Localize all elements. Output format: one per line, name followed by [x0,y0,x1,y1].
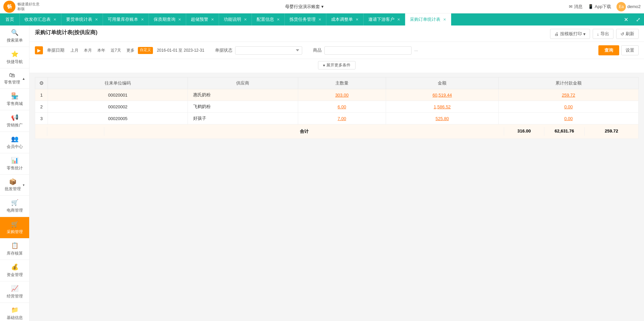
sidebar-item-member[interactable]: 👥 会员中心 [0,132,29,153]
row-paid[interactable]: 0.00 [498,101,638,113]
page-title: 采购订单统计表(按供应商) [35,29,98,36]
data-table: ⚙ 往来单位编码 供应商 主数量 金额 累计付款金额 1 00020001 惠氏… [35,77,639,124]
sidebar-item-shortcut[interactable]: ⭐ 快捷导航 [0,47,29,68]
row-qty[interactable]: 6.00 [298,101,386,113]
gear-icon[interactable]: ⚙ [39,80,44,86]
close-icon[interactable]: ✕ [95,17,98,22]
status-label: 单据状态 [215,47,232,53]
close-icon[interactable]: ✕ [318,17,321,22]
close-window-btn[interactable]: ✕ [620,13,632,25]
expand-row: ▾ 展开更多条件 [30,59,644,73]
custom-badge: 自定义 [138,47,153,54]
goods-input[interactable] [324,46,412,55]
close-icon[interactable]: ✕ [178,17,181,22]
operation-icon: 📈 [11,285,18,292]
sidebar-item-wholesale[interactable]: 📦 批发管理 ▾ [0,175,29,196]
table-row: 2 00020002 飞鹤奶粉 6.00 1,586.52 0.00 [35,101,639,113]
app-download-btn[interactable]: 📱 App下载 [588,4,611,10]
footer-qty: 316.00 [504,127,544,136]
col-amount: 金额 [386,77,498,89]
refresh-btn[interactable]: ↺ 刷新 [616,29,639,39]
tab-overstock[interactable]: 超储预警 ✕ [186,13,219,25]
tab-warranty[interactable]: 保质期查询 ✕ [149,13,186,25]
expand-more-btn[interactable]: ▾ 展开更多条件 [318,61,356,69]
date-btn-more[interactable]: 更多 [124,47,137,54]
sidebar-item-marketing[interactable]: 📢 营销推广 [0,110,29,132]
row-amount[interactable]: 60,519.44 [386,89,498,101]
chevron-down-icon: ▾ [321,4,324,9]
date-btn-last-month[interactable]: 上月 [68,47,80,54]
sidebar-item-retail-shop[interactable]: 🏪 零售商城 [0,89,29,110]
inventory-icon: 📋 [11,242,18,249]
export-icon: ↓ [597,32,599,37]
close-icon[interactable]: ✕ [277,17,280,22]
workspace-selector[interactable]: 母婴行业演示账套 ▾ [285,4,324,10]
top-right: ✉ 消息 📱 App下载 Ea demo2 [569,2,641,11]
member-icon: 👥 [11,135,18,143]
close-icon[interactable]: ✕ [244,17,247,22]
row-amount[interactable]: 1,586.52 [386,101,498,113]
sidebar-item-purchase[interactable]: 🛒 采购管理 [0,217,29,238]
tab-cost-adjust[interactable]: 成本调整单 ✕ [326,13,364,25]
tab-function-desc[interactable]: 功能说明 ✕ [219,13,252,25]
filter-area: ▶ 单据日期 上月 本月 本年 近7天 更多 自定义 2016-01-01 至 … [30,42,644,59]
sidebar-item-inventory[interactable]: 📋 库存核算 [0,238,29,260]
message-icon: ✉ [569,4,573,9]
row-paid[interactable]: 0.00 [498,113,638,124]
goods-filter-wrap: 商品 ··· [313,46,418,55]
col-qty: 主数量 [298,77,386,89]
row-paid[interactable]: 259.72 [498,89,638,101]
sidebar-item-retail[interactable]: 🛍 零售管理 ▲ [0,68,29,89]
close-icon[interactable]: ✕ [397,17,400,22]
sidebar-item-basic[interactable]: 📁 基础信息 [0,303,29,321]
status-filter-wrap: 单据状态 [215,46,302,55]
tab-order-summary[interactable]: 要货单统计表 ✕ [61,13,103,25]
print-icon: 🖨 [554,32,559,37]
row-amount[interactable]: 525.80 [386,113,498,124]
filter-toggle-btn[interactable]: ▶ [35,46,43,54]
close-icon[interactable]: ✕ [211,17,214,22]
tab-config-info[interactable]: 配置信息 ✕ [252,13,285,25]
tab-invite-downstream[interactable]: 邀请下游客户 ✕ [364,13,405,25]
date-btn-7days[interactable]: 近7天 [109,47,123,54]
tab-home[interactable]: 首页 [0,13,20,25]
print-btn[interactable]: 🖨 按模板打印 ▾ [550,29,590,39]
wholesale-icon: 📦 [9,178,16,185]
close-icon[interactable]: ✕ [53,17,56,22]
footer-paid: 259.72 [585,127,638,136]
tab-available-stock[interactable]: 可用量库存账本 ✕ [103,13,149,25]
date-btn-this-year[interactable]: 本年 [95,47,107,54]
row-supplier: 飞鹤奶粉 [188,101,298,113]
messages-btn[interactable]: ✉ 消息 [569,4,583,10]
search-btn[interactable]: 查询 [598,45,619,55]
user-menu[interactable]: Ea demo2 [616,2,641,11]
goods-more-icon[interactable]: ··· [414,48,418,53]
status-select[interactable] [235,46,302,55]
row-code: 00020002 [48,101,188,113]
maximize-btn[interactable]: ⤢ [632,13,644,25]
date-btn-this-month[interactable]: 本月 [82,47,94,54]
export-btn[interactable]: ↓ 导出 [593,29,614,39]
sidebar-item-finance[interactable]: 💰 资金管理 [0,260,29,281]
settings-btn[interactable]: 设置 [621,45,639,55]
table-area: ⚙ 往来单位编码 供应商 主数量 金额 累计付款金额 1 00020001 惠氏… [30,73,644,321]
tab-pick-task[interactable]: 拣货任务管理 ✕ [285,13,326,25]
close-icon[interactable]: ✕ [443,17,446,22]
sidebar-item-operation[interactable]: 📈 经营管理 [0,281,29,303]
row-qty[interactable]: 303.00 [298,89,386,101]
close-icon[interactable]: ✕ [141,17,144,22]
tab-receive-summary[interactable]: 收发存汇总表 ✕ [20,13,61,25]
row-qty[interactable]: 7.00 [298,113,386,124]
star-icon: ⭐ [11,50,18,58]
table-row: 1 00020001 惠氏奶粉 303.00 60,519.44 259.72 [35,89,639,101]
row-no: 2 [35,101,48,113]
sidebar-item-retail-stat[interactable]: 📊 零售统计 [0,153,29,175]
sidebar-item-ecommerce[interactable]: 🛒 电商管理 [0,196,29,217]
col-supplier: 供应商 [188,77,298,89]
main-layout: 🔍 搜索菜单 ⭐ 快捷导航 🛍 零售管理 ▲ 🏪 零售商城 📢 营销推广 👥 会… [0,25,644,321]
close-icon[interactable]: ✕ [356,17,359,22]
sidebar-item-search[interactable]: 🔍 搜索菜单 [0,25,29,47]
tab-purchase-summary[interactable]: 采购订单统计表 ✕ [405,13,451,25]
chevron-down-icon: ▾ [23,183,24,187]
date-range-display: 2016-01-01 至 2023-12-31 [157,48,204,53]
